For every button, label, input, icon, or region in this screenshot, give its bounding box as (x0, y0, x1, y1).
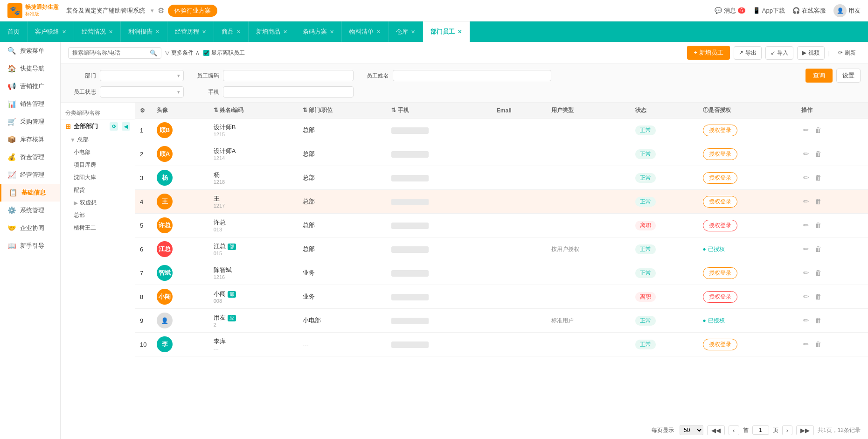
per-page-select[interactable]: 50 20 100 (680, 425, 703, 435)
td-auth[interactable]: 授权登录 (698, 261, 797, 285)
set-button[interactable]: 设置 (836, 69, 861, 83)
show-resigned-label[interactable]: 显示离职员工 (203, 49, 245, 57)
sidebar-item-inventory[interactable]: 📦 库存核算 (0, 131, 60, 148)
search-box[interactable]: 🔍 (68, 47, 161, 59)
tab-employee[interactable]: 部门员工 ✕ (423, 21, 470, 42)
dept-item-shuangxu[interactable]: ▶ 双虚想 (61, 196, 135, 209)
th-phone[interactable]: ⇅ 手机 (387, 103, 492, 118)
dept-item-zongbu2[interactable]: 总部 (61, 209, 135, 222)
prev-page-button[interactable]: ‹ (729, 425, 739, 435)
sidebar-item-purchase[interactable]: 🛒 采购管理 (0, 113, 60, 131)
edit-button[interactable]: ✏ (801, 125, 811, 135)
tab-profit-close[interactable]: ✕ (155, 29, 160, 35)
sidebar-item-business[interactable]: 📈 经营管理 (0, 166, 60, 184)
show-resigned-checkbox[interactable] (203, 50, 209, 56)
tab-goods[interactable]: 商品 ✕ (214, 21, 249, 42)
tab-home[interactable]: 首页 (0, 21, 28, 42)
td-auth[interactable]: 授权登录 (698, 166, 797, 190)
tab-profit[interactable]: 利润报告 ✕ (121, 21, 167, 42)
export-button[interactable]: ↗ 导出 (734, 46, 762, 60)
delete-button[interactable]: 🗑 (813, 292, 824, 301)
delete-button[interactable]: 🗑 (813, 244, 824, 254)
tab-operation-close[interactable]: ✕ (109, 29, 113, 35)
edit-button[interactable]: ✏ (801, 196, 811, 207)
td-auth[interactable]: 授权登录 (698, 190, 797, 214)
edit-button[interactable]: ✏ (801, 173, 811, 183)
edit-button[interactable]: ✏ (801, 339, 811, 349)
settings-button[interactable]: ⚙ (158, 6, 164, 15)
emp-name-input[interactable] (393, 70, 551, 81)
td-auth[interactable]: 已授权 (698, 237, 797, 261)
delete-button[interactable]: 🗑 (813, 173, 824, 182)
td-auth[interactable]: 授权登录 (698, 333, 797, 356)
search-input[interactable] (72, 49, 148, 56)
td-auth[interactable]: 授权登录 (698, 285, 797, 309)
sidebar-item-finance[interactable]: 💰 资金管理 (0, 148, 60, 166)
edit-button[interactable]: ✏ (801, 220, 811, 230)
sidebar-item-marketing[interactable]: 📢 营销推广 (0, 77, 60, 95)
app-download-item[interactable]: 📱 App下载 (753, 7, 785, 15)
add-employee-button[interactable]: + 新增员工 (687, 46, 729, 60)
sidebar-item-guide[interactable]: 📖 新手引导 (0, 237, 60, 255)
tab-history[interactable]: 经营历程 ✕ (167, 21, 214, 42)
th-settings[interactable]: ⚙ (135, 103, 152, 118)
edit-button[interactable]: ✏ (801, 268, 811, 278)
last-page-button[interactable]: ▶▶ (796, 425, 814, 435)
dept-select[interactable] (100, 70, 184, 81)
import-button[interactable]: ↙ 导入 (765, 46, 793, 60)
auth-btn[interactable]: 授权登录 (703, 196, 737, 208)
delete-button[interactable]: 🗑 (813, 125, 824, 135)
service-item[interactable]: 🎧 在线客服 (792, 7, 826, 15)
delete-button[interactable]: 🗑 (813, 339, 824, 349)
sidebar-item-collab[interactable]: 🤝 企业协同 (0, 219, 60, 237)
tab-addgoods[interactable]: 新增商品 ✕ (249, 21, 295, 42)
delete-button[interactable]: 🗑 (813, 315, 824, 325)
auth-btn[interactable]: 授权登录 (703, 220, 737, 231)
delete-button[interactable]: 🗑 (813, 149, 824, 159)
tab-customer[interactable]: 客户联络 ✕ (28, 21, 74, 42)
emp-code-input[interactable] (223, 70, 354, 81)
tab-customer-close[interactable]: ✕ (62, 29, 66, 35)
search-icon-btn[interactable]: 🔍 (150, 49, 157, 56)
edit-button[interactable]: ✏ (801, 149, 811, 159)
tab-operation[interactable]: 经营情况 ✕ (74, 21, 121, 42)
sidebar-item-sales[interactable]: 📊 销售管理 (0, 95, 60, 113)
trial-button[interactable]: 体验行业方案 (168, 5, 217, 17)
auth-btn[interactable]: 授权登录 (703, 339, 737, 350)
delete-button[interactable]: 🗑 (813, 196, 824, 206)
tab-barcode-close[interactable]: ✕ (330, 29, 334, 35)
next-page-button[interactable]: › (782, 425, 792, 435)
video-button[interactable]: ▶ 视频 (797, 46, 825, 60)
auth-btn[interactable]: 授权登录 (703, 267, 737, 279)
tab-bom[interactable]: 物料清单 ✕ (342, 21, 389, 42)
auth-btn[interactable]: 授权登录 (703, 148, 737, 160)
auth-btn[interactable]: 授权登录 (703, 291, 737, 303)
td-auth[interactable]: 授权登录 (698, 118, 797, 142)
dept-search-input[interactable] (65, 110, 135, 116)
edit-button[interactable]: ✏ (801, 315, 811, 326)
user-item[interactable]: 👤 用友 (833, 4, 861, 17)
delete-button[interactable]: 🗑 (813, 220, 824, 230)
edit-button[interactable]: ✏ (801, 244, 811, 254)
th-name[interactable]: ⇅ 姓名/编码 (209, 103, 298, 118)
tab-barcode[interactable]: 条码方案 ✕ (295, 21, 342, 42)
dept-collapse-btn[interactable]: ⟳ (110, 122, 118, 131)
dept-arrow-btn[interactable]: ◀ (122, 122, 130, 131)
more-filter-btn[interactable]: ▽ 更多条件 ∧ (165, 49, 200, 57)
search-button[interactable]: 查询 (806, 69, 833, 83)
th-dept[interactable]: ⇅ 部门/职位 (298, 103, 387, 118)
emp-status-select[interactable] (100, 86, 184, 98)
dept-item-planting[interactable]: 植树王二 (61, 222, 135, 234)
td-auth[interactable]: 授权登录 (698, 142, 797, 166)
auth-btn[interactable]: 授权登录 (703, 172, 737, 184)
message-item[interactable]: 💬 消息 6 (715, 7, 745, 15)
dept-item-project[interactable]: 项目库房 (61, 159, 135, 171)
tab-warehouse-close[interactable]: ✕ (411, 29, 415, 35)
refresh-button[interactable]: ⟳ 刷新 (833, 47, 861, 59)
tab-employee-close[interactable]: ✕ (458, 29, 462, 35)
first-page-button[interactable]: ◀◀ (707, 425, 725, 435)
page-input[interactable] (752, 425, 769, 435)
auth-btn[interactable]: 授权登录 (703, 125, 737, 136)
tab-bom-close[interactable]: ✕ (376, 29, 381, 35)
sidebar-item-search[interactable]: 🔍 搜索菜单 (0, 42, 60, 60)
